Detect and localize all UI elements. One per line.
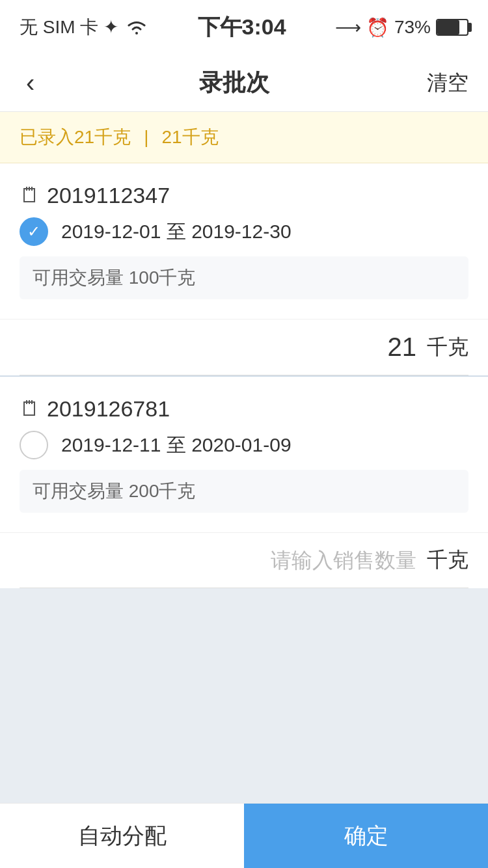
battery-icon [436,19,468,36]
confirm-button[interactable]: 确定 [244,804,488,868]
batch-card-2: 🗒 2019126781 2019-12-11 至 2020-01-09 可用交… [0,377,488,588]
batch1-header: 🗒 2019112347 [20,183,468,208]
bottom-bar: 自动分配 确定 [0,803,488,868]
batch2-date: 2019-12-11 至 2020-01-09 [61,432,291,459]
batch1-number: 2019112347 [47,183,170,208]
wifi-icon [125,19,148,36]
batch1-date: 2019-12-01 至 2019-12-30 [61,219,291,245]
sim-label: 无 SIM 卡 ✦ [20,15,118,40]
nav-bar: ‹ 录批次 清空 [0,55,488,112]
recorded-value: 21千克 [161,125,218,150]
check-icon-1: ✓ [27,223,40,241]
info-divider: | [144,127,148,148]
location-icon: ⟶ [335,17,361,38]
status-bar: 无 SIM 卡 ✦ 下午3:04 ⟶ ⏰ 73% [0,0,488,55]
auto-distribute-button[interactable]: 自动分配 [0,804,244,868]
batch-card-1: 🗒 2019112347 ✓ 2019-12-01 至 2019-12-30 可… [0,163,488,375]
batch2-header: 🗒 2019126781 [20,396,468,422]
back-button[interactable]: ‹ [20,62,41,104]
status-time: 下午3:04 [198,12,286,42]
page-title: 录批次 [199,67,269,99]
batch2-radio[interactable] [20,431,48,459]
alarm-icon: ⏰ [366,17,389,38]
batch1-quantity-value: 21 [388,332,417,362]
batch2-number: 2019126781 [47,396,170,422]
info-bar: 已录入21千克 | 21千克 [0,112,488,163]
status-left: 无 SIM 卡 ✦ [20,15,148,40]
quantity-input[interactable] [221,549,416,573]
batch1-unit: 千克 [427,333,468,362]
clear-button[interactable]: 清空 [427,69,468,98]
recorded-label: 已录入21千克 [20,125,131,150]
doc-icon-2: 🗒 [20,397,40,421]
batch2-available: 可用交易量 200千克 [20,470,468,513]
batch1-date-row: ✓ 2019-12-01 至 2019-12-30 [20,217,468,246]
batch1-radio[interactable]: ✓ [20,217,48,246]
batch2-unit: 千克 [427,546,468,575]
doc-icon-1: 🗒 [20,183,40,208]
status-right: ⟶ ⏰ 73% [335,17,468,38]
battery-label: 73% [394,17,431,38]
batch2-quantity-row: 千克 [0,532,488,588]
batch2-date-row: 2019-12-11 至 2020-01-09 [20,431,468,459]
batch1-available: 可用交易量 100千克 [20,256,468,299]
batch1-quantity-row: 21 千克 [0,319,488,375]
